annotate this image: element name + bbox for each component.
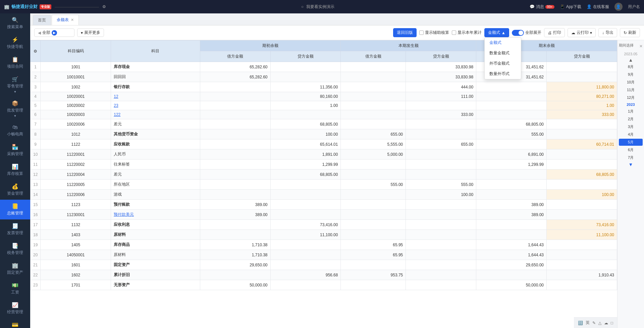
breadcrumb-right-icon[interactable]: ▶ [52,30,57,36]
sidebar-item-quicknav[interactable]: ⚡ 快捷导航 [0,33,30,53]
table-row[interactable]: 91122应收账款65,614.015,555.00655.0060,714.0… [31,139,617,149]
rp-month-5-active[interactable]: 5月 [619,139,643,146]
rp-month-9[interactable]: 9月 [619,71,643,78]
table-row[interactable]: 81012其他货币资金100.00655.00555.00 [31,129,617,139]
table-row[interactable]: 4100200011280,160.00111.0080,271.00 [31,92,617,101]
table-row[interactable]: 191405库存商品1,710.3865.951,644.43 [31,240,617,250]
table-row[interactable]: 11001库存现金65,282.6033,830.9831,451.62 [31,62,617,72]
bottom-icon-2[interactable]: 英 [586,320,590,326]
bottom-icon-1[interactable]: 🔠 [578,321,583,325]
show-ytd-checkbox[interactable]: 显示本年累计 [452,30,482,36]
sidebar-item-operations[interactable]: 📈 经营管理 [0,299,30,318]
online-service-btn[interactable]: 👤 在线客服 [587,4,609,10]
table-cell-name[interactable]: 其他货币资金 [111,129,200,139]
export-icon: ↓ [602,30,604,35]
bottom-icon-4[interactable]: △ [598,321,601,325]
cloud-print-btn[interactable]: ☁ 云打印 ▾ [568,28,596,37]
sidebar-item-purchase[interactable]: 🏪 采购管理 [0,140,30,160]
tab-balance[interactable]: 余额表 ✕ [52,15,79,25]
table-row[interactable]: 1111220002往来标签1,299.991,299.99 [31,159,617,170]
back-old-version-btn[interactable]: 退回旧版 [393,28,417,37]
table-row[interactable]: 181403原材料11,100.0011,100.00 [31,230,617,240]
sidebar-item-inventory[interactable]: 📊 库存核算 [0,160,30,180]
rp-month-3[interactable]: 3月 [619,123,643,130]
table-row[interactable]: 221602累计折旧956.68953.751,910.43 [31,270,617,280]
table-row[interactable]: 171132应收利息73,416.0073,416.00 [31,220,617,230]
user-avatar[interactable]: 👤 [614,3,623,11]
rp-nav-up[interactable]: ▲ [619,57,643,63]
sidebar-item-tax[interactable]: 📑 税务管理 [0,239,30,259]
sidebar-item-sales[interactable]: 💳 小畅报销 [0,318,30,328]
app-download-btn[interactable]: 📱 App下载 [560,4,581,10]
table-row[interactable]: 211601固定资产29,650.0029,650.00 [31,260,617,270]
demo-link[interactable]: 我要看实例演示 [306,4,334,10]
bottom-icon-5[interactable]: ☁ [604,321,608,325]
table-cell-name[interactable]: 12 [111,92,200,101]
expand-all-toggle[interactable]: 全部展开 [512,30,541,36]
settings-icon[interactable]: ⚙ [102,4,106,9]
sidebar-item-wholesale[interactable]: 📦 批发管理 ▼ [0,97,30,121]
table-cell-name[interactable]: 23 [111,101,200,110]
table-row[interactable]: 1211220004差元68,805.0068,805.00 [31,170,617,180]
table-cell-oc-11: 1,299.99 [270,159,341,170]
table-cell-name[interactable]: 122 [111,110,200,119]
sidebar-item-retail[interactable]: 🛒 零售管理 ▼ [0,73,30,97]
rp-month-1[interactable]: 1月 [619,108,643,115]
table-row[interactable]: 151123预付账款389.00389.00 [31,200,617,210]
toggle-switch-icon[interactable] [512,30,524,36]
rp-month-10[interactable]: 10月 [619,79,643,86]
table-row[interactable]: 1611230001预付款美元389.00389.00 [31,210,617,220]
tab-close-icon[interactable]: ✕ [71,18,74,22]
rp-month-11[interactable]: 11月 [619,86,643,93]
sidebar-item-invoice[interactable]: 🧾 发票管理 [0,219,30,239]
table-wrapper[interactable]: ⚙ 科目编码 科目 期初余额 本期发生额 期末余额 借方金额 贷方金额 借方金额… [30,40,617,328]
table-cell-name[interactable]: 预付款美元 [111,210,200,220]
table-cell-cc-6: 333.00 [547,110,617,119]
breadcrumb-nav[interactable]: ◀ 全部 ▶ [34,28,74,37]
sidebar-label-accounting: 总账管理 [7,210,23,216]
rp-nav-down[interactable]: ▼ [619,162,643,167]
rp-month-2[interactable]: 2月 [619,116,643,123]
sidebar-item-accounting[interactable]: 📒 总账管理 [0,200,30,219]
amount-type-option-2[interactable]: 数量金额式 [485,48,521,58]
table-row[interactable]: 1011220001人民币1,891.005,000.006,891.00 [31,149,617,159]
table-settings-header[interactable]: ⚙ [31,41,41,62]
table-row[interactable]: 610020003122333.00333.00 [31,110,617,119]
bottom-icon-3[interactable]: ✎ [592,321,596,325]
sidebar-item-search[interactable]: 🔍 搜索菜单 [0,13,30,33]
table-cell-cc-23 [547,280,617,290]
amount-type-option-4[interactable]: 数量外币式 [485,69,521,79]
amount-type-btn[interactable]: 金额式 ▲ [484,28,509,37]
tab-home[interactable]: 首页 [33,15,51,25]
sidebar-item-payroll[interactable]: 💵 工资 [0,279,30,299]
table-row[interactable]: 510020002231.001.00 [31,101,617,110]
bottom-icon-6[interactable]: □ [611,321,613,325]
table-row[interactable]: 710020006差元68,805.0068,805.00 [31,119,617,129]
table-row[interactable]: 210010001回回回65,282.6033,830.9831,451.62 [31,72,617,82]
expand-more-btn[interactable]: ▾ 展开更多 [77,28,104,37]
rp-month-7[interactable]: 7月 [619,154,643,161]
refresh-btn[interactable]: ↻ 刷新 [620,28,640,37]
table-row[interactable]: 2014050001原材料1,710.3865.951,644.43 [31,250,617,260]
sidebar-item-project[interactable]: 📋 项目合同 [0,53,30,73]
table-cell-name[interactable]: 原材料 [111,230,200,240]
rp-month-8[interactable]: 8月 [619,63,643,70]
rp-month-12[interactable]: 12月 [619,94,643,101]
table-row[interactable]: 231701无形资产50,000.0050,000.00 [31,280,617,290]
export-btn[interactable]: ↓ 导出 [598,28,617,37]
message-btn[interactable]: 💬 消息 99+ [530,4,554,10]
rp-month-6[interactable]: 6月 [619,146,643,153]
right-panel-collapse-icon[interactable]: ✕ [639,44,643,49]
table-row[interactable]: 1411220006游戏100.00100.00 [31,190,617,200]
table-row[interactable]: 1311220005所在地区555.00555.00 [31,180,617,190]
show-aux-checkbox[interactable]: 显示辅助核算 [419,30,449,36]
sidebar-item-assets[interactable]: 🏢 固定资产 [0,259,30,279]
amount-type-option-3[interactable]: 外币金额式 [485,58,521,69]
rp-month-4[interactable]: 4月 [619,131,643,138]
sidebar-item-capital[interactable]: 💰 资金管理 [0,180,30,200]
print-btn[interactable]: 🖨 打印 [544,28,565,37]
table-cell-oc-2 [270,72,341,82]
table-row[interactable]: 31002银行存款11,356.00444.0011,800.00 [31,82,617,92]
sidebar-item-ecommerce[interactable]: 🛍 小畅电商 [0,121,30,140]
amount-type-option-1[interactable]: 金额式 [485,38,521,48]
